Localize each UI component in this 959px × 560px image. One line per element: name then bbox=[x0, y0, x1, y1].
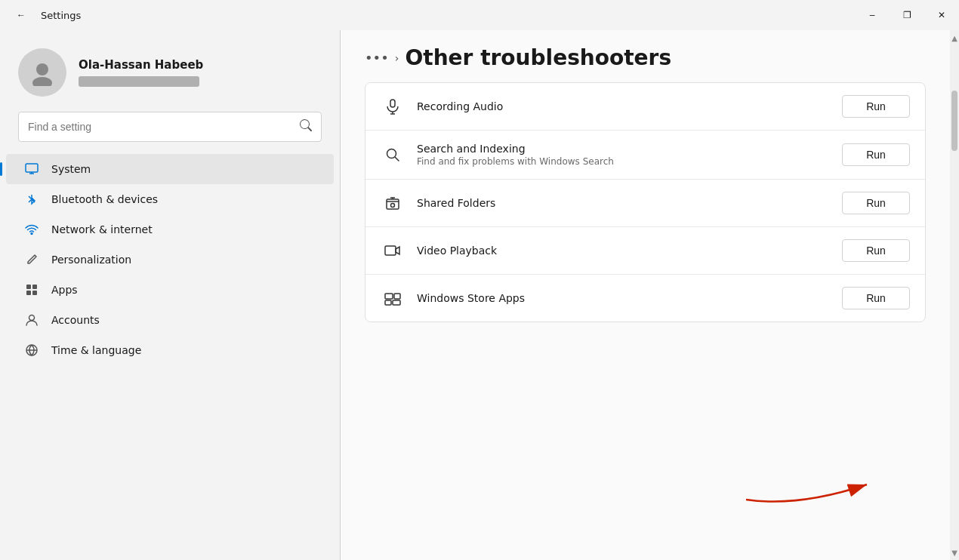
search-container bbox=[0, 112, 340, 154]
list-item: Windows Store Apps Run bbox=[365, 275, 925, 322]
nav-menu: System Bluetooth & devices bbox=[0, 154, 340, 365]
svg-point-0 bbox=[36, 63, 48, 75]
mic-icon bbox=[381, 98, 405, 115]
item-title: Search and Indexing bbox=[417, 143, 830, 155]
breadcrumb-dots[interactable]: ••• bbox=[365, 50, 389, 66]
scrollbar-thumb[interactable] bbox=[951, 91, 957, 151]
run-button-search-indexing[interactable]: Run bbox=[842, 143, 910, 166]
item-subtitle: Find and fix problems with Windows Searc… bbox=[417, 156, 830, 167]
scroll-down-arrow[interactable]: ▼ bbox=[950, 545, 959, 560]
sidebar-item-bluetooth[interactable]: Bluetooth & devices bbox=[6, 184, 334, 214]
sidebar-item-label-apps: Apps bbox=[51, 284, 78, 296]
search-icon bbox=[300, 119, 312, 134]
bluetooth-icon bbox=[24, 192, 39, 207]
sidebar-item-label-accounts: Accounts bbox=[51, 314, 100, 326]
svg-rect-22 bbox=[393, 300, 400, 305]
titlebar-left: ← Settings bbox=[9, 0, 81, 30]
svg-rect-5 bbox=[32, 285, 37, 289]
monitor-icon bbox=[24, 162, 39, 177]
run-button-windows-store-apps[interactable]: Run bbox=[842, 287, 910, 309]
item-text-search-indexing: Search and Indexing Find and fix problem… bbox=[417, 143, 830, 167]
back-button[interactable]: ← bbox=[9, 0, 33, 30]
minimize-button[interactable]: – bbox=[855, 0, 890, 30]
user-info: Ola-Hassan Habeeb bbox=[79, 58, 203, 87]
search-indexing-icon bbox=[381, 146, 405, 163]
list-item: Recording Audio Run bbox=[365, 83, 925, 131]
video-icon bbox=[381, 242, 405, 259]
scroll-up-arrow[interactable]: ▲ bbox=[950, 30, 959, 45]
content-area: ••• › Other troubleshooters bbox=[341, 30, 950, 560]
svg-rect-6 bbox=[26, 291, 31, 295]
svg-rect-4 bbox=[26, 285, 31, 289]
globe-icon bbox=[24, 343, 39, 358]
run-button-recording-audio[interactable]: Run bbox=[842, 95, 910, 118]
item-title: Shared Folders bbox=[417, 197, 830, 209]
svg-point-1 bbox=[32, 77, 52, 86]
sidebar-item-time[interactable]: Time & language bbox=[6, 335, 334, 365]
svg-point-8 bbox=[29, 315, 35, 321]
sidebar-item-label-system: System bbox=[51, 163, 91, 175]
item-title: Recording Audio bbox=[417, 100, 830, 112]
sidebar: Ola-Hassan Habeeb bbox=[0, 30, 340, 560]
svg-rect-7 bbox=[32, 291, 37, 295]
user-email-bar bbox=[79, 76, 199, 87]
maximize-button[interactable]: ❐ bbox=[890, 0, 924, 30]
window-controls: – ❐ ✕ bbox=[855, 0, 959, 30]
svg-rect-2 bbox=[26, 164, 38, 172]
close-button[interactable]: ✕ bbox=[924, 0, 959, 30]
run-button-video-playback[interactable]: Run bbox=[842, 239, 910, 262]
item-text-video-playback: Video Playback bbox=[417, 245, 830, 257]
sidebar-item-label-personalization: Personalization bbox=[51, 254, 131, 266]
sidebar-item-label-bluetooth: Bluetooth & devices bbox=[51, 193, 158, 205]
svg-point-15 bbox=[391, 204, 395, 208]
app-title: Settings bbox=[41, 10, 81, 21]
wifi-icon bbox=[24, 222, 39, 237]
avatar-icon bbox=[29, 59, 56, 86]
sidebar-item-accounts[interactable]: Accounts bbox=[6, 305, 334, 335]
search-input[interactable] bbox=[28, 121, 294, 133]
apps-icon bbox=[24, 282, 39, 297]
item-text-windows-store-apps: Windows Store Apps bbox=[417, 292, 830, 304]
red-arrow bbox=[739, 454, 890, 515]
svg-rect-19 bbox=[385, 294, 393, 299]
titlebar: ← Settings – ❐ ✕ bbox=[0, 0, 959, 30]
troubleshooter-list: Recording Audio Run Search and Indexing bbox=[365, 82, 926, 322]
page-title: Other troubleshooters bbox=[405, 45, 671, 70]
store-icon bbox=[381, 290, 405, 306]
list-item: Video Playback Run bbox=[365, 227, 925, 275]
svg-rect-21 bbox=[385, 300, 391, 305]
content-scroll[interactable]: Recording Audio Run Search and Indexing bbox=[341, 82, 950, 560]
shared-folders-icon bbox=[381, 195, 405, 211]
person-icon bbox=[24, 312, 39, 328]
list-item: Shared Folders Run bbox=[365, 180, 925, 227]
item-text-recording-audio: Recording Audio bbox=[417, 100, 830, 112]
sidebar-item-apps[interactable]: Apps bbox=[6, 275, 334, 305]
content-header: ••• › Other troubleshooters bbox=[341, 30, 950, 82]
sidebar-item-network[interactable]: Network & internet bbox=[6, 214, 334, 245]
svg-rect-10 bbox=[390, 100, 395, 107]
breadcrumb-chevron: › bbox=[395, 52, 399, 64]
item-title: Video Playback bbox=[417, 245, 830, 257]
arrow-annotation bbox=[739, 454, 890, 515]
svg-rect-18 bbox=[385, 246, 396, 255]
scrollbar-track: ▲ ▼ bbox=[950, 30, 959, 560]
sidebar-item-label-network: Network & internet bbox=[51, 223, 153, 235]
svg-point-3 bbox=[31, 233, 32, 235]
svg-rect-20 bbox=[394, 294, 400, 299]
sidebar-item-system[interactable]: System bbox=[6, 154, 334, 184]
user-profile[interactable]: Ola-Hassan Habeeb bbox=[0, 30, 340, 112]
run-button-shared-folders[interactable]: Run bbox=[842, 192, 910, 214]
search-box bbox=[18, 112, 322, 142]
sidebar-item-personalization[interactable]: Personalization bbox=[6, 245, 334, 275]
list-item: Search and Indexing Find and fix problem… bbox=[365, 131, 925, 180]
svg-point-13 bbox=[387, 149, 396, 158]
user-name: Ola-Hassan Habeeb bbox=[79, 58, 203, 72]
item-text-shared-folders: Shared Folders bbox=[417, 197, 830, 209]
sidebar-item-label-time: Time & language bbox=[51, 344, 141, 356]
item-title: Windows Store Apps bbox=[417, 292, 830, 304]
avatar bbox=[18, 48, 66, 97]
pencil-icon bbox=[24, 252, 39, 267]
app-body: Ola-Hassan Habeeb bbox=[0, 30, 959, 560]
